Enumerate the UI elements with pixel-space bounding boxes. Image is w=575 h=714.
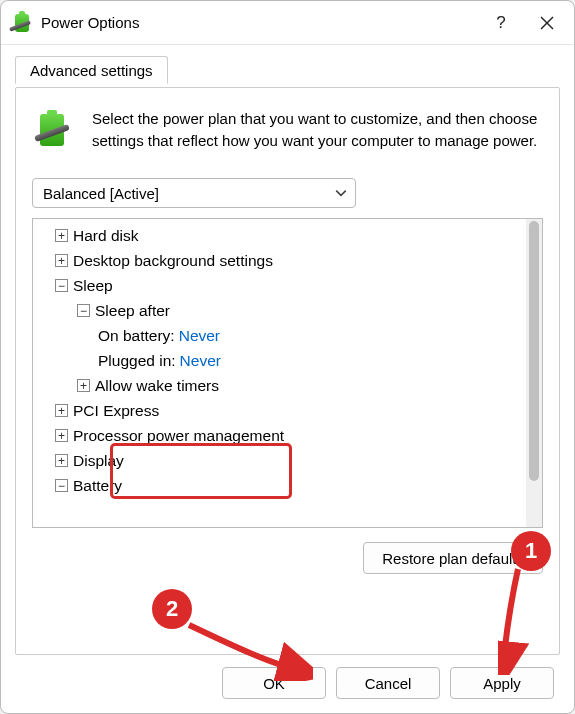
tree-label: PCI Express: [73, 402, 159, 420]
tree-node-plugged-in[interactable]: Plugged in: Never: [35, 348, 524, 373]
titlebar: Power Options ?: [1, 1, 574, 45]
apply-button[interactable]: Apply: [450, 667, 554, 699]
expand-icon[interactable]: +: [55, 404, 68, 417]
tree-label: Processor power management: [73, 427, 284, 445]
setting-value[interactable]: Never: [179, 327, 220, 345]
collapse-icon[interactable]: −: [55, 479, 68, 492]
tree-node-pci[interactable]: + PCI Express: [35, 398, 524, 423]
setting-label: On battery:: [98, 327, 175, 345]
ok-button[interactable]: OK: [222, 667, 326, 699]
help-button[interactable]: ?: [478, 1, 524, 45]
expand-icon[interactable]: +: [55, 454, 68, 467]
setting-value[interactable]: Never: [180, 352, 221, 370]
tree-node-sleep[interactable]: − Sleep: [35, 273, 524, 298]
tabstrip: Advanced settings: [15, 55, 574, 87]
annotation-callout-2: 2: [152, 589, 192, 629]
expand-icon[interactable]: +: [77, 379, 90, 392]
tree-label: Hard disk: [73, 227, 138, 245]
settings-tree-container: + Hard disk + Desktop background setting…: [32, 218, 543, 528]
tree-label: Allow wake timers: [95, 377, 219, 395]
tab-advanced-settings[interactable]: Advanced settings: [15, 56, 168, 84]
power-plan-select[interactable]: Balanced [Active]: [32, 178, 356, 208]
tree-scrollbar[interactable]: [526, 219, 542, 527]
tree-label: Sleep: [73, 277, 113, 295]
expand-icon[interactable]: +: [55, 254, 68, 267]
annotation-callout-1: 1: [511, 531, 551, 571]
tree-label: Display: [73, 452, 124, 470]
tree-label: Desktop background settings: [73, 252, 273, 270]
setting-label: Plugged in:: [98, 352, 176, 370]
intro-block: Select the power plan that you want to c…: [32, 108, 543, 152]
collapse-icon[interactable]: −: [55, 279, 68, 292]
settings-tree[interactable]: + Hard disk + Desktop background setting…: [33, 219, 526, 527]
tab-panel: Select the power plan that you want to c…: [15, 87, 560, 655]
tree-node-hard-disk[interactable]: + Hard disk: [35, 223, 524, 248]
tree-node-allow-wake[interactable]: + Allow wake timers: [35, 373, 524, 398]
close-button[interactable]: [524, 1, 570, 45]
close-icon: [540, 16, 554, 30]
power-options-dialog: Power Options ? Advanced settings Select…: [0, 0, 575, 714]
tree-label: Battery: [73, 477, 122, 495]
app-icon: [11, 12, 33, 34]
dialog-button-row: OK Cancel Apply: [1, 667, 574, 714]
tree-node-on-battery[interactable]: On battery: Never: [35, 323, 524, 348]
tree-node-battery[interactable]: − Battery: [35, 473, 524, 498]
tree-label: Sleep after: [95, 302, 170, 320]
collapse-icon[interactable]: −: [77, 304, 90, 317]
expand-icon[interactable]: +: [55, 229, 68, 242]
window-title: Power Options: [41, 14, 478, 31]
tree-node-desktop-bg[interactable]: + Desktop background settings: [35, 248, 524, 273]
tree-node-sleep-after[interactable]: − Sleep after: [35, 298, 524, 323]
expand-icon[interactable]: +: [55, 429, 68, 442]
tree-node-display[interactable]: + Display: [35, 448, 524, 473]
chevron-down-icon: [335, 187, 347, 199]
cancel-button[interactable]: Cancel: [336, 667, 440, 699]
plan-select-value: Balanced [Active]: [43, 185, 159, 202]
power-icon: [34, 108, 78, 152]
scrollbar-thumb[interactable]: [529, 221, 539, 481]
tree-node-ppm[interactable]: + Processor power management: [35, 423, 524, 448]
intro-text: Select the power plan that you want to c…: [92, 108, 543, 152]
